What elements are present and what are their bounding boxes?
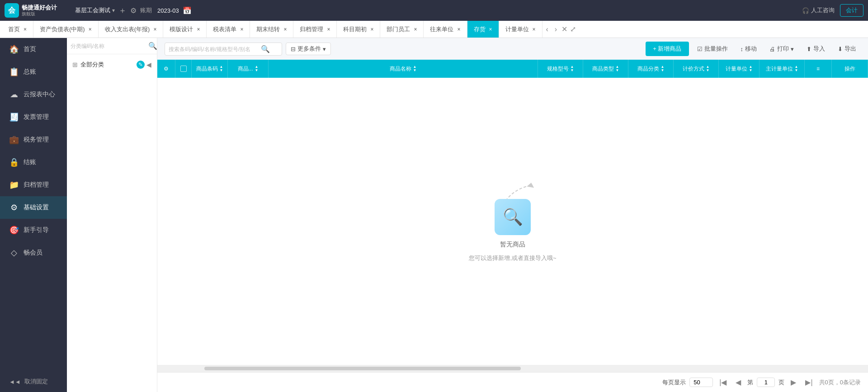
tab-close-icon[interactable]: × xyxy=(489,26,492,33)
tab-label: 归档管理 xyxy=(300,25,323,33)
move-button[interactable]: ↕ 移动 xyxy=(736,42,762,56)
tab-expand-button[interactable]: ⤢ xyxy=(569,24,577,34)
sidebar-item-home[interactable]: 🏠 首页 xyxy=(0,38,67,61)
batch-button[interactable]: ☑ 批量操作 xyxy=(693,42,732,56)
tab-label: 科目期初 xyxy=(343,25,367,33)
tab-partner[interactable]: 往来单位 × xyxy=(424,21,467,38)
tab-inventory[interactable]: 存货 × xyxy=(467,21,499,38)
col-unit[interactable]: 计量单位 ▲▼ xyxy=(719,60,760,78)
page-first-button[interactable]: |◀ xyxy=(717,377,729,387)
col-barcode[interactable]: 商品条码 ▲▼ xyxy=(192,60,228,78)
sort-icon: ▲▼ xyxy=(661,65,665,72)
sidebar-item-guide[interactable]: 🎯 新手引导 xyxy=(0,219,67,241)
sidebar-item-tax[interactable]: 💼 税务管理 xyxy=(0,128,67,151)
tab-close-all-button[interactable]: ✕ xyxy=(561,24,568,34)
tab-label: 模版设计 xyxy=(170,25,193,33)
category-search-input[interactable] xyxy=(71,43,146,49)
category-search-button[interactable]: 🔍 xyxy=(148,42,157,50)
col-price-method[interactable]: 计价方式 ▲▼ xyxy=(674,60,719,78)
col-main-unit[interactable]: 主计量单位 ▲▼ xyxy=(760,60,805,78)
tab-unit[interactable]: 计量单位 × xyxy=(499,21,542,38)
sort-icon: ▲▼ xyxy=(220,65,223,72)
sidebar-pin-toggle[interactable]: ◄◄ 取消固定 xyxy=(0,371,67,392)
sidebar-item-cloud[interactable]: ☁ 云报表中心 xyxy=(0,83,67,106)
col-code[interactable]: 商品... ▲▼ xyxy=(228,60,269,78)
page-next-button[interactable]: ▶ xyxy=(788,377,799,387)
tab-close-icon[interactable]: × xyxy=(283,26,287,33)
tab-home[interactable]: 首页 × xyxy=(2,21,33,38)
product-search-button[interactable]: 🔍 xyxy=(261,45,270,53)
scroll-thumb[interactable] xyxy=(204,367,521,370)
company-selector[interactable]: 基层工会测试 ▾ xyxy=(75,6,115,14)
import-button[interactable]: ⬆ 导入 xyxy=(802,42,830,56)
tab-close-icon[interactable]: × xyxy=(370,26,373,33)
product-search-input[interactable] xyxy=(169,46,259,52)
add-product-button[interactable]: + 新增商品 xyxy=(646,42,689,56)
sidebar-item-member[interactable]: ◇ 畅会员 xyxy=(0,241,67,264)
col-settings[interactable]: ⚙ xyxy=(157,60,175,78)
member-icon: ◇ xyxy=(9,248,19,258)
tab-close-icon[interactable]: × xyxy=(197,26,200,33)
print-button[interactable]: 🖨 打印 ▾ xyxy=(765,42,798,56)
tab-prev-button[interactable]: ‹ xyxy=(543,24,551,34)
sidebar-item-archive[interactable]: 📁 归档管理 xyxy=(0,174,67,196)
chevron-down-icon: ▾ xyxy=(112,7,115,14)
col-action: 操作 xyxy=(832,60,868,78)
collapse-icon[interactable]: ◀ xyxy=(146,61,151,68)
page-input[interactable] xyxy=(757,378,775,387)
tab-nav: ‹ › ✕ ⤢ xyxy=(543,24,577,34)
calendar-icon[interactable]: 📅 xyxy=(183,6,192,15)
per-page-select[interactable]: 20 50 100 200 xyxy=(689,378,713,387)
empty-icon: 🔍 xyxy=(495,199,531,235)
sidebar-item-settings[interactable]: ⚙ 基础设置 xyxy=(0,196,67,219)
col-unit-label: 计量单位 xyxy=(726,65,747,73)
tab-bar: 首页 × 资产负债表(中期) × 收入支出表(年报) × 模版设计 × 税表清单… xyxy=(0,21,868,38)
page-prev-button[interactable]: ◀ xyxy=(733,377,744,387)
header-checkbox[interactable] xyxy=(180,66,187,72)
tab-close-icon[interactable]: × xyxy=(153,26,156,33)
tab-income[interactable]: 收入支出表(年报) × xyxy=(99,21,164,38)
tab-tax[interactable]: 税表清单 × xyxy=(207,21,250,38)
table-wrapper: ⚙ 商品条码 ▲▼ 商品... ▲▼ 商品名称 ▲▼ xyxy=(157,60,868,392)
settings-icon[interactable]: ⚙ xyxy=(130,6,137,15)
tab-archive[interactable]: 归档管理 × xyxy=(293,21,337,38)
tab-close-icon[interactable]: × xyxy=(533,26,536,33)
tab-label: 首页 xyxy=(8,25,20,33)
export-button[interactable]: ⬇ 导出 xyxy=(833,42,861,56)
tab-close-icon[interactable]: × xyxy=(414,26,417,33)
tree-label: 全部分类 xyxy=(80,61,104,69)
tab-period[interactable]: 期末结转 × xyxy=(250,21,293,38)
more-filter-button[interactable]: ⊟ 更多条件 ▾ xyxy=(286,43,331,55)
horizontal-scrollbar[interactable] xyxy=(157,365,868,372)
sidebar-item-invoice[interactable]: 🧾 发票管理 xyxy=(0,106,67,128)
service-button[interactable]: 🎧 人工咨询 xyxy=(802,6,835,14)
col-type[interactable]: 商品类型 ▲▼ xyxy=(583,60,628,78)
col-checkbox[interactable] xyxy=(175,60,192,78)
tab-next-button[interactable]: › xyxy=(552,24,560,34)
tab-dept[interactable]: 部门员工 × xyxy=(380,21,424,38)
tab-close-icon[interactable]: × xyxy=(457,26,460,33)
edit-icon[interactable]: ✎ xyxy=(137,61,145,69)
account-button[interactable]: 会计 xyxy=(840,4,863,17)
add-tab-icon[interactable]: ＋ xyxy=(118,5,127,16)
tab-template[interactable]: 模版设计 × xyxy=(163,21,207,38)
sidebar-item-ledger[interactable]: 📋 总账 xyxy=(0,61,67,83)
batch-label: 批量操作 xyxy=(704,45,728,53)
sidebar-item-close[interactable]: 🔒 结账 xyxy=(0,151,67,174)
sidebar-label-close: 结账 xyxy=(24,158,36,166)
tab-close-icon[interactable]: × xyxy=(89,26,92,33)
col-num[interactable]: ≡ xyxy=(805,60,832,78)
col-spec[interactable]: 规格型号 ▲▼ xyxy=(538,60,583,78)
all-categories-item[interactable]: ⊞ 全部分类 ✎ ◀ xyxy=(71,58,153,71)
main-layout: 🏠 首页 📋 总账 ☁ 云报表中心 🧾 发票管理 💼 税务管理 🔒 结账 📁 归… xyxy=(0,38,868,392)
tab-label: 计量单位 xyxy=(505,25,529,33)
col-category[interactable]: 商品分类 ▲▼ xyxy=(628,60,674,78)
tab-close-icon[interactable]: × xyxy=(240,26,243,33)
tab-subject[interactable]: 科目期初 × xyxy=(337,21,380,38)
sort-icon: ▲▼ xyxy=(413,65,417,72)
page-last-button[interactable]: ▶| xyxy=(802,377,815,387)
tab-close-icon[interactable]: × xyxy=(24,26,27,33)
tab-close-icon[interactable]: × xyxy=(327,26,330,33)
tab-balance[interactable]: 资产负债表(中期) × xyxy=(33,21,99,38)
col-name[interactable]: 商品名称 ▲▼ xyxy=(269,60,538,78)
